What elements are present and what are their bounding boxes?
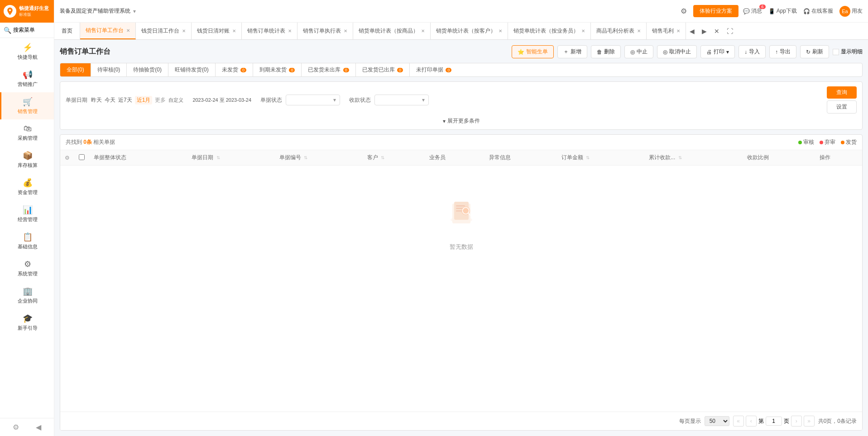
sidebar-item-enterprise[interactable]: 🏢 企业协同 (0, 282, 54, 309)
tab-sales-exec[interactable]: 销售订单执行表 ✕ (297, 23, 353, 39)
sub-tab-shipped-out[interactable]: 已发货已出库 0 (356, 63, 410, 76)
print-btn[interactable]: 🖨 打印 ▾ (700, 45, 735, 58)
tab-cash-daily-close[interactable]: ✕ (182, 28, 186, 33)
sub-tab-overdue[interactable]: 到期未发货 0 (253, 63, 302, 76)
tab-sale-stats-product-close[interactable]: ✕ (421, 28, 425, 33)
filter-status-select[interactable]: ▾ (286, 95, 340, 105)
cancel-review-dot (820, 141, 823, 144)
col-checkbox[interactable] (74, 150, 89, 166)
stop-btn[interactable]: ◎ 中止 (624, 45, 653, 58)
sub-tab-pending-review[interactable]: 待审核(0) (91, 63, 127, 76)
page-next-btn[interactable]: › (791, 416, 802, 427)
sidebar-settings-btn[interactable]: ⚙ (13, 423, 19, 431)
page-first-btn[interactable]: « (733, 416, 744, 427)
sidebar-item-quick-nav[interactable]: ⚡ 快捷导航 (0, 38, 54, 65)
tab-cash-reconcile-close[interactable]: ✕ (232, 28, 236, 33)
select-all-checkbox[interactable] (79, 154, 85, 160)
tab-sales-exec-close[interactable]: ✕ (344, 28, 347, 33)
sidebar-item-basic[interactable]: 📋 基础信息 (0, 227, 54, 255)
sidebar-item-finance[interactable]: 💰 资金管理 (0, 173, 54, 200)
page-last-btn[interactable]: » (804, 416, 815, 427)
show-detail-check[interactable] (833, 49, 839, 55)
filter-settings-btn[interactable]: 设置 (827, 100, 857, 114)
tab-close-all[interactable]: ✕ (710, 23, 723, 39)
sidebar-search[interactable]: 🔍 搜索菜单 (0, 23, 54, 38)
tab-sales-stats[interactable]: 销售订单统计表 ✕ (242, 23, 297, 39)
svg-rect-3 (456, 205, 465, 206)
export-btn[interactable]: ↑ 导出 (769, 45, 796, 58)
tab-home[interactable]: 首页 (54, 23, 80, 39)
tab-maximize[interactable]: ⛶ (723, 23, 737, 39)
page-size-select[interactable]: 50 100 200 (705, 416, 729, 426)
tab-sale-stats-customer[interactable]: 销货单统计表（按客户） ✕ (431, 23, 508, 39)
topbar-dropdown-icon[interactable]: ▾ (133, 8, 136, 14)
refresh-btn[interactable]: ↻ 刷新 (800, 45, 829, 58)
sub-tab-all[interactable]: 全部(0) (60, 63, 91, 76)
filter-date-custom[interactable]: 自定义 (168, 97, 183, 104)
review-action-btn[interactable]: 审核 (798, 138, 814, 146)
topbar-message-btn[interactable]: 💬 消息 6 (743, 7, 762, 15)
print-dropdown-icon[interactable]: ▾ (726, 49, 729, 55)
topbar-actions: 💬 消息 6 📱 App下载 🎧 在线客服 Ea 用友 (743, 6, 863, 17)
filter-payment-select[interactable]: ▾ (374, 95, 429, 105)
page-prev-btn[interactable]: ‹ (746, 416, 757, 427)
sub-tab-not-printed[interactable]: 未打印单据 0 (410, 63, 458, 76)
tab-margin[interactable]: 商品毛利分析表 ✕ (591, 23, 647, 39)
page-input[interactable] (766, 417, 782, 426)
tab-sales-stats-close[interactable]: ✕ (288, 28, 292, 33)
filter-date-1month[interactable]: 近1月 (135, 96, 153, 104)
show-detail-checkbox[interactable]: 显示明细 (833, 48, 863, 56)
sidebar-item-purchase[interactable]: 🛍 采购管理 (0, 119, 54, 146)
sub-tab-wangpu[interactable]: 旺铺待发货(0) (168, 63, 216, 76)
sidebar-item-sales[interactable]: 🛒 销售管理 (0, 92, 54, 119)
tab-sales-profit[interactable]: 销售毛利 ✕ (647, 23, 686, 39)
tab-nav-next[interactable]: ▶ (698, 23, 710, 39)
topbar-service-btn[interactable]: 🎧 在线客服 (803, 7, 833, 15)
topbar-gear-icon[interactable]: ⚙ (681, 7, 687, 15)
sidebar-item-system[interactable]: ⚙ 系统管理 (0, 255, 54, 282)
smart-create-btn[interactable]: ⭐ 智能生单 (512, 45, 554, 58)
filter-date-7days[interactable]: 近7天 (118, 96, 132, 104)
tab-sales-workbench-close[interactable]: ✕ (126, 28, 130, 33)
col-number[interactable]: 单据编号 ⇅ (275, 150, 363, 166)
add-btn[interactable]: ＋ 新增 (557, 45, 587, 58)
col-collected[interactable]: 累计收款... ⇅ (644, 150, 743, 166)
tab-nav-prev[interactable]: ◀ (686, 23, 698, 39)
sidebar-item-marketing[interactable]: 📢 营销推广 (0, 65, 54, 92)
tab-cash-daily[interactable]: 钱货日清工作台 ✕ (136, 23, 192, 39)
ship-action-btn[interactable]: 发货 (841, 138, 857, 146)
cancel-stop-btn[interactable]: ◎ 取消中止 (657, 45, 697, 58)
sidebar-item-operations[interactable]: 📊 经营管理 (0, 200, 54, 227)
query-btn[interactable]: 查询 (827, 86, 857, 99)
import-btn[interactable]: ↓ 导入 (739, 45, 766, 58)
sidebar-collapse-btn[interactable]: ◀ (36, 423, 41, 431)
sidebar-item-label: 快捷导航 (18, 54, 38, 61)
tab-cash-reconcile[interactable]: 钱货日清对账 ✕ (192, 23, 242, 39)
tab-sales-workbench[interactable]: 销售订单工作台 ✕ (80, 23, 136, 39)
sub-tab-pending-check[interactable]: 待抽验货(0) (127, 63, 168, 76)
filter-date-more[interactable]: 更多 (155, 96, 166, 104)
cancel-review-action-btn[interactable]: 弃审 (820, 138, 835, 146)
topbar-user-btn[interactable]: Ea 用友 (839, 6, 863, 17)
sidebar-item-inventory[interactable]: 📦 库存核算 (0, 146, 54, 173)
col-settings[interactable]: ⚙ (60, 150, 74, 166)
tab-sales-profit-close[interactable]: ✕ (676, 28, 680, 33)
sub-tab-not-shipped[interactable]: 未发货 0 (216, 63, 253, 76)
col-amount[interactable]: 订单金额 ⇅ (557, 150, 645, 166)
sub-tab-shipped-not-out[interactable]: 已发货未出库 0 (302, 63, 355, 76)
industry-btn[interactable]: 体验行业方案 (693, 5, 739, 17)
filter-date-today[interactable]: 今天 (105, 96, 115, 104)
col-customer[interactable]: 客户 ⇅ (363, 150, 425, 166)
col-date[interactable]: 单据日期 ⇅ (187, 150, 275, 166)
filter-expand-btn[interactable]: ▾ 展开更多条件 (443, 117, 480, 125)
delete-btn[interactable]: 🗑 删除 (591, 45, 621, 58)
tab-sale-stats-customer-close[interactable]: ✕ (499, 28, 502, 33)
topbar-app-download-btn[interactable]: 📱 App下载 (768, 7, 797, 15)
tab-margin-close[interactable]: ✕ (637, 28, 641, 33)
sidebar-item-guide[interactable]: 🎓 新手引导 (0, 309, 54, 336)
tab-sale-stats-staff-close[interactable]: ✕ (581, 28, 585, 33)
filter-date-range[interactable]: 2023-02-24 至 2023-03-24 (192, 97, 251, 104)
tab-sale-stats-product[interactable]: 销货单统计表（按商品） ✕ (353, 23, 431, 39)
filter-date-yesterday[interactable]: 昨天 (91, 96, 102, 104)
tab-sale-stats-staff[interactable]: 销货单统计表（按业务员） ✕ (508, 23, 591, 39)
